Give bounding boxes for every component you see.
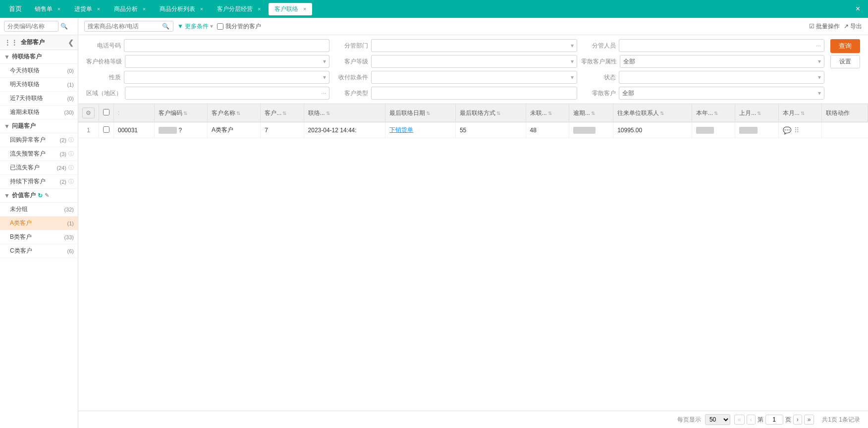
sidebar-item-overdue-contact[interactable]: 逾期未联络 (30) [0, 106, 78, 119]
nav-tab-customer-tier[interactable]: 客户分层经营 × [211, 3, 267, 15]
my-customers-checkbox[interactable] [217, 23, 223, 30]
th-this-year[interactable]: 本年... ⇅ [692, 104, 735, 122]
refresh-icon[interactable]: ↻ [38, 192, 43, 199]
select-dept[interactable]: ▾ [371, 39, 577, 52]
masked-name: Ea [159, 127, 177, 134]
field-customer-level: 客户等级 ▾ [333, 55, 577, 68]
close-tab-analysis-list[interactable]: × [200, 6, 203, 12]
more-conditions-button[interactable]: ▼ 更多条件 ▾ [177, 22, 213, 31]
edit-icon[interactable]: ✎ [45, 192, 49, 199]
th-unit-contact[interactable]: 往来单位联系人 ⇅ [613, 104, 692, 122]
chevron-down-icon-scatter-c: ▾ [818, 90, 821, 97]
th-overdue[interactable]: 逾期... ⇅ [569, 104, 613, 122]
select-nature[interactable]: ▾ [124, 71, 329, 84]
cell-unit-contact: RE . [569, 122, 613, 138]
nav-tab-sales[interactable]: 销售单 × [29, 3, 66, 15]
th-contact-count[interactable]: 联络... ⇅ [304, 104, 385, 122]
prev-page-button[interactable]: ‹ [747, 415, 756, 425]
top-nav: 首页 销售单 × 进货单 × 商品分析 × 商品分析列表 × 客户分层经营 × … [0, 0, 868, 18]
message-icon[interactable]: 💬 [783, 126, 791, 134]
sort-icon-unit: ⇅ [660, 110, 664, 116]
close-tab-customer-tier[interactable]: × [258, 6, 261, 12]
select-payment[interactable]: ▾ [371, 71, 577, 84]
section-value-customers[interactable]: ▼ 价值客户 ↻ ✎ [0, 189, 78, 203]
select-all-checkbox[interactable] [103, 109, 109, 115]
cell-checkbox [99, 122, 114, 138]
input-manager[interactable]: ··· [619, 39, 824, 52]
input-customer-type[interactable] [371, 87, 577, 100]
select-customer-level[interactable]: ▾ [371, 55, 577, 68]
filter-search-input[interactable] [88, 23, 162, 30]
row-checkbox[interactable] [103, 126, 109, 133]
select-scatter-customer[interactable]: 全部 ▾ [619, 87, 824, 100]
settings-button[interactable]: 设置 [830, 55, 860, 68]
sidebar-item-class-b[interactable]: B类客户 (33) [0, 230, 78, 244]
input-region[interactable]: ··· [125, 87, 329, 100]
next-page-button[interactable]: › [793, 415, 802, 425]
th-customer-code[interactable]: 客户编码 ⇅ [154, 104, 207, 122]
nav-tab-analysis-list[interactable]: 商品分析列表 × [154, 3, 209, 15]
sort-icon-overdue: ⇅ [591, 110, 595, 116]
sidebar-item-class-c[interactable]: C类客户 (6) [0, 244, 78, 258]
field-scatter-customer: 零散客户 全部 ▾ [581, 87, 824, 100]
last-page-button[interactable]: » [804, 415, 814, 425]
sidebar-search-button[interactable]: 🔍 [58, 22, 70, 31]
close-tab-analysis[interactable]: × [143, 6, 146, 12]
section-pending-contact[interactable]: ▼ 待联络客户 [0, 50, 78, 64]
nav-tab-customer-contact[interactable]: 客户联络 × [269, 3, 312, 15]
sort-icon-type: ⇅ [282, 110, 286, 116]
filter-row-2: 客户价格等级 ▾ 客户等级 ▾ [86, 55, 824, 68]
sidebar-item-7days-contact[interactable]: 近7天待联络 (0) [0, 92, 78, 106]
select-scatter-attr[interactable]: 全部 ▾ [620, 55, 824, 68]
sidebar-item-churned[interactable]: 已流失客户 (24) ⓘ [0, 161, 78, 175]
batch-op-button[interactable]: ☑ 批量操作 [809, 22, 840, 31]
select-price-level[interactable]: ▾ [125, 55, 329, 68]
select-status[interactable]: ▾ [619, 71, 824, 84]
th-contact-action: 联络动作 [821, 104, 868, 122]
sidebar-search-input[interactable] [4, 21, 58, 32]
export-icon: ↗ [844, 23, 849, 30]
batch-icon: ☑ [809, 23, 814, 30]
export-button[interactable]: ↗ 导出 [844, 22, 862, 31]
contact-method-link[interactable]: 下销货单 [389, 126, 413, 133]
chevron-down-icon-level: ▾ [571, 58, 574, 65]
close-tab-purchase[interactable]: × [97, 6, 100, 12]
th-no-contact-days[interactable]: 未联... ⇅ [526, 104, 569, 122]
qr-icon[interactable]: ⠿ [794, 126, 799, 134]
query-button[interactable]: 查询 [830, 39, 860, 53]
all-customers-header[interactable]: ⋮⋮ 全部客户 ❮ [0, 35, 78, 50]
close-all-button[interactable]: × [852, 4, 864, 13]
th-customer-name[interactable]: 客户名称 ⇅ [207, 104, 260, 122]
total-info: 共1页 1条记录 [822, 416, 860, 424]
input-phone[interactable] [124, 39, 329, 52]
sidebar-item-declining[interactable]: 持续下滑客户 (2) ⓘ [0, 175, 78, 189]
first-page-button[interactable]: « [734, 415, 745, 425]
section-problem-customers[interactable]: ▼ 问题客户 [0, 119, 78, 133]
th-customer-type[interactable]: 客户... ⇅ [261, 104, 304, 122]
section-arrow: ▼ [4, 54, 10, 60]
label-scatter-attr: 零散客户属性 [581, 57, 617, 66]
filter-icon: ▼ [177, 23, 183, 30]
sidebar-item-tomorrow-contact[interactable]: 明天待联络 (1) [0, 78, 78, 92]
close-tab-customer-contact[interactable]: × [303, 6, 306, 12]
sidebar-item-class-a[interactable]: A类客户 (1) [0, 216, 78, 230]
sort-icon-lastmonth: ⇅ [757, 110, 761, 116]
close-tab-sales[interactable]: × [57, 6, 60, 12]
sidebar-item-repurchase-abnormal[interactable]: 回购异常客户 (2) ⓘ [0, 133, 78, 147]
sidebar-item-today-contact[interactable]: 今天待联络 (0) [0, 64, 78, 78]
collapse-sidebar-button[interactable]: ❮ [68, 39, 74, 47]
sidebar-item-unclassified[interactable]: 未分组 (32) [0, 203, 78, 216]
th-last-contact-method[interactable]: 最后联络方式 ⇅ [455, 104, 526, 122]
per-page-select[interactable]: 50 100 200 [705, 414, 730, 425]
ellipsis-icon-region: ··· [321, 90, 326, 97]
th-last-contact-date[interactable]: 最后联络日期 ⇅ [385, 104, 456, 122]
nav-tab-analysis[interactable]: 商品分析 × [108, 3, 152, 15]
field-customer-type: 客户类型 [333, 87, 577, 100]
th-this-month[interactable]: 本月... ⇅ [778, 104, 821, 122]
nav-tab-purchase[interactable]: 进货单 × [68, 3, 106, 15]
sidebar-item-churn-warning[interactable]: 流失预警客户 (3) ⓘ [0, 147, 78, 161]
th-last-month[interactable]: 上月... ⇅ [735, 104, 778, 122]
table-settings-button[interactable]: ⚙ [82, 107, 95, 118]
nav-home[interactable]: 首页 [4, 2, 27, 15]
page-input[interactable] [765, 415, 783, 425]
